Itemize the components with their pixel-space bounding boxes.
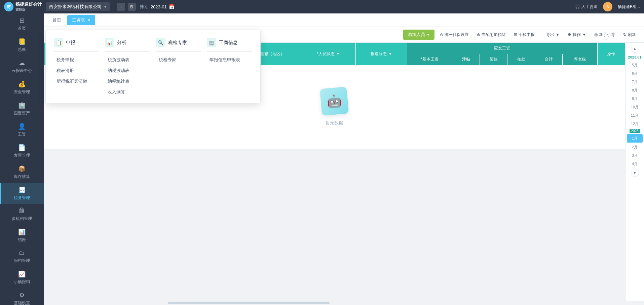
sidebar-item-multi-org[interactable]: 🏛 多机构管理 <box>0 204 44 225</box>
multi-org-icon: 🏛 <box>19 207 25 215</box>
sidebar-label-home: 首页 <box>18 26 26 31</box>
tab-close-icon[interactable]: ✕ <box>87 18 90 23</box>
basic-icon: ⚙ <box>19 292 25 299</box>
sidebar-item-xiao[interactable]: 📈 小畅报销 <box>0 267 44 288</box>
th-base-salary: *基本工资 <box>407 54 452 65</box>
menu-item-tax-stats[interactable]: 纳税统计表 <box>105 76 150 87</box>
sidebar-item-salary[interactable]: 👤 工资 <box>0 119 44 141</box>
timeline-month-2022-07[interactable]: 7月 <box>626 78 644 86</box>
salary-icon: 👤 <box>18 123 26 130</box>
timeline-down-button[interactable]: ▼ <box>631 169 639 177</box>
invoice-icon: 📄 <box>18 144 26 151</box>
add-company-button[interactable]: + <box>117 3 125 11</box>
export-icon: ↑ <box>543 32 545 37</box>
menu-item-income-calc[interactable]: 收入测算 <box>105 87 150 98</box>
th-deduction: 扣款 <box>507 54 535 65</box>
period-calendar-icon[interactable]: 📅 <box>169 4 175 9</box>
menu-section-analysis-header: 📊 分析 <box>105 35 150 52</box>
expert-section-icon: 🔍 <box>156 38 165 47</box>
sidebar-label-settle: 结账 <box>18 237 26 243</box>
report-filter-icon[interactable]: ▼ <box>388 52 392 56</box>
sidebar-label-ledger: 总账 <box>18 47 26 52</box>
sidebar-item-settle[interactable]: 📊 结账 <box>0 225 44 246</box>
tab-home[interactable]: 首页 <box>48 15 66 25</box>
toolbar-right: 添加人员 ▼ ⊙ 统一社保设置 ⊕ 专项附加扣除 ⊞ 个税申报 ↑ 导出 <box>403 30 639 40</box>
company-name: 西安虾米网络科技有限公司 <box>49 4 102 10</box>
refresh-button[interactable]: ↻ 刷新 <box>620 31 639 39</box>
top-bar-actions: + ⚙ <box>117 3 136 11</box>
timeline-month-2023-02[interactable]: 2月 <box>626 143 644 151</box>
empty-icon: 🤖 <box>320 87 349 116</box>
guide-action-label: 新手引导 <box>599 32 615 38</box>
th-salary-group: 应发工资 <box>407 43 598 54</box>
sidebar-item-invoice[interactable]: 📄 发票管理 <box>0 141 44 162</box>
empty-text: 暂无数据 <box>326 120 343 126</box>
menu-item-income-tax-calc[interactable]: 所得税汇算清缴 <box>54 76 99 87</box>
timeline-month-2022-08[interactable]: 8月 <box>626 86 644 94</box>
unified-social-button[interactable]: ⊙ 统一社保设置 <box>437 31 471 39</box>
export-button[interactable]: ↑ 导出 ▼ <box>540 31 562 39</box>
guide-action-button[interactable]: ◎ 新手引导 <box>592 31 618 39</box>
app-name: 畅捷通好会计 <box>15 1 42 7</box>
sidebar-item-home[interactable]: ⊞ 首页 <box>0 13 44 35</box>
special-deduct-button[interactable]: ⊕ 专项附加扣除 <box>474 31 508 39</box>
company-selector[interactable]: 西安虾米网络科技有限公司 ▼ <box>46 2 110 11</box>
operate-icon: ⚙ <box>568 32 571 37</box>
th-total: 合计 <box>535 54 563 65</box>
timeline-month-2023-01[interactable]: 1月 <box>627 134 643 143</box>
operate-button[interactable]: ⚙ 操作 ▼ <box>565 31 589 39</box>
timeline-month-2022-12[interactable]: 12月 <box>626 120 644 128</box>
menu-item-tax-payment[interactable]: 纳税波动表 <box>105 65 150 76</box>
timeline-month-2023-04[interactable]: 4月 <box>626 160 644 168</box>
menu-section-analysis: 📊 分析 税负波动表 纳税波动表 纳税统计表 收入测算 <box>102 35 153 98</box>
tab-bar: 首页 工资表 ✕ <box>44 13 644 27</box>
settings-button[interactable]: ⚙ <box>128 3 136 11</box>
menu-section-declare-header: 📋 申报 <box>54 35 99 52</box>
tab-salary-table-label: 工资表 <box>72 17 85 23</box>
bottom-scrollbar[interactable] <box>44 301 644 305</box>
menu-item-tax-declare[interactable]: 税务申报 <box>54 54 99 65</box>
sidebar-item-assets[interactable]: 🏢 固定资产 <box>0 98 44 119</box>
sidebar-label-funds: 资金管理 <box>14 89 30 95</box>
timeline-month-2022-05[interactable]: 5月 <box>626 61 644 69</box>
sidebar-item-basic[interactable]: ⚙ 基础设置 <box>0 288 44 305</box>
timeline-month-2022-09[interactable]: 9月 <box>626 94 644 103</box>
timeline-panel: ▲ 2023.01 5月 6月 7月 8月 9月 10月 11月 12月 202… <box>625 43 644 301</box>
menu-item-tax-burden[interactable]: 税负波动表 <box>105 54 150 65</box>
user-avatar: B <box>603 2 612 11</box>
sidebar-item-ledger[interactable]: 📒 总账 <box>0 35 44 56</box>
sidebar-item-archive[interactable]: 🗂 归档管理 <box>0 246 44 267</box>
th-allowance: 津贴 <box>452 54 480 65</box>
timeline-up-button[interactable]: ▲ <box>631 45 639 53</box>
sidebar-item-tax[interactable]: 🧾 税务管理 <box>0 183 44 204</box>
sidebar-item-cloud[interactable]: ☁ 云报表中心 <box>0 56 44 77</box>
user-name[interactable]: 畅捷通B组... <box>618 4 640 10</box>
sidebar-label-tax: 税务管理 <box>14 195 30 201</box>
ledger-icon: 📒 <box>18 38 26 45</box>
sidebar: ⊞ 首页 📒 总账 ☁ 云报表中心 💰 资金管理 🏢 固定资产 👤 工资 📄 发… <box>0 13 44 305</box>
sidebar-label-assets: 固定资产 <box>14 110 30 116</box>
sidebar-label-salary: 工资 <box>18 131 26 137</box>
timeline-month-2022-11[interactable]: 11月 <box>626 111 644 120</box>
declare-section-icon: 📋 <box>54 38 63 47</box>
timeline-month-2022-06[interactable]: 6月 <box>626 69 644 78</box>
sidebar-item-inventory[interactable]: 📦 库存核算 <box>0 162 44 183</box>
tax-declare-button[interactable]: ⊞ 个税申报 <box>511 31 537 39</box>
guide-action-icon: ◎ <box>594 32 598 37</box>
support-button[interactable]: 🎧 人工咨询 <box>575 4 598 10</box>
tax-declare-label: 个税申报 <box>519 32 535 38</box>
add-person-button[interactable]: 添加人员 ▼ <box>403 30 434 40</box>
tax-icon: 🧾 <box>18 186 26 194</box>
sidebar-label-basic: 基础设置 <box>14 300 30 305</box>
menu-item-tax-form[interactable]: 税表清册 <box>54 65 99 76</box>
sidebar-item-funds[interactable]: 💰 资金管理 <box>0 77 44 98</box>
tab-salary-table[interactable]: 工资表 ✕ <box>67 15 95 25</box>
timeline-month-2023-03[interactable]: 3月 <box>626 151 644 160</box>
timeline-month-2022-10[interactable]: 10月 <box>626 103 644 111</box>
top-bar: 财 畅捷通好会计 旗舰版 西安虾米网络科技有限公司 ▼ + ⚙ 账期 2023-… <box>0 0 644 13</box>
status-filter-icon[interactable]: ▼ <box>336 52 340 56</box>
menu-item-annual-report[interactable]: 年报信息申报表 <box>207 54 252 65</box>
menu-item-expert[interactable]: 税检专家 <box>156 54 201 65</box>
unified-social-label: 统一社保设置 <box>445 32 469 38</box>
period-label: 账期 <box>140 4 149 10</box>
